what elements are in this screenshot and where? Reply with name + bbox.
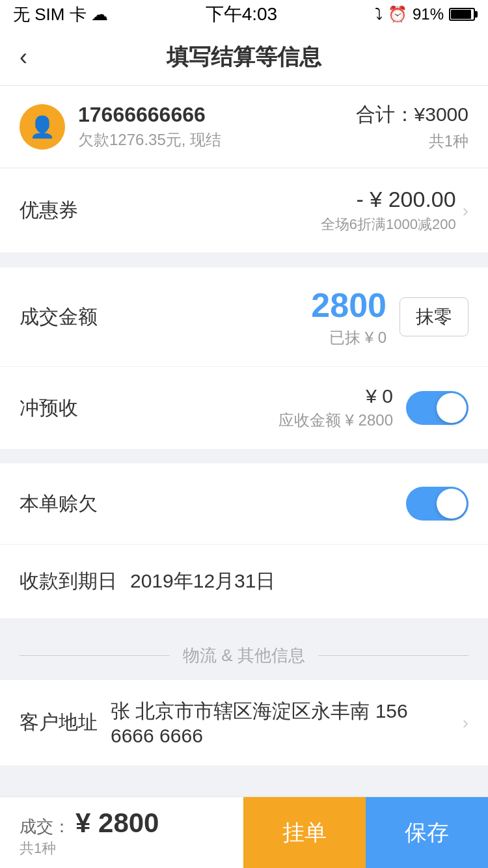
address-value: 张 北京市市辖区海淀区永丰南 156 6666 6666 [111, 698, 450, 747]
coupon-discount: - ¥ 200.00 [321, 187, 456, 212]
section-separator-3 [0, 618, 488, 631]
alarm-icon: ⏰ [388, 5, 407, 23]
customer-info: 17666666666 欠款1276.35元, 现结 [78, 103, 221, 150]
content-area: 👤 17666666666 欠款1276.35元, 现结 合计：¥3000 共1… [0, 86, 488, 868]
battery-percent: 91% [413, 5, 444, 23]
customer-debt: 欠款1276.35元, 现结 [78, 129, 221, 150]
coupon-right: - ¥ 200.00 全场6折满1000减200 › [321, 187, 468, 234]
customer-card: 👤 17666666666 欠款1276.35元, 现结 合计：¥3000 共1… [0, 86, 488, 167]
credit-row: 本单赊欠 [0, 463, 488, 544]
status-time: 下午4:03 [206, 2, 278, 27]
nav-bar: ‹ 填写结算等信息 [0, 29, 488, 86]
amount-row: 成交金额 2800 已抹 ¥ 0 抹零 [0, 267, 488, 367]
footer: 成交： ¥ 2800 共1种 挂单 保存 [0, 796, 488, 868]
divider-line-right [318, 655, 468, 656]
customer-total: 合计：¥3000 [356, 102, 468, 128]
hang-button[interactable]: 挂单 [243, 797, 366, 869]
amount-section: 成交金额 2800 已抹 ¥ 0 抹零 冲预收 ¥ 0 应收金额 ¥ 2800 [0, 267, 488, 449]
amount-right: 2800 已抹 ¥ 0 抹零 [311, 286, 468, 348]
prepay-label: 冲预收 [20, 395, 78, 422]
battery-icon [449, 8, 475, 21]
coupon-desc: 全场6折满1000减200 [321, 215, 456, 234]
due-date-row: 收款到期日 2019年12月31日 [0, 545, 488, 618]
credit-toggle[interactable] [406, 487, 468, 521]
prepay-sub: 应收金额 ¥ 2800 [278, 410, 393, 431]
status-left: 无 SIM 卡 ☁ [13, 3, 108, 26]
round-button[interactable]: 抹零 [400, 297, 468, 336]
section-separator-1 [0, 254, 488, 267]
customer-phone: 17666666666 [78, 103, 221, 127]
prepay-toggle-knob [437, 393, 467, 423]
page-title: 填写结算等信息 [167, 42, 321, 72]
coupon-label: 优惠券 [20, 197, 78, 224]
prepay-row: 冲预收 ¥ 0 应收金额 ¥ 2800 [0, 367, 488, 449]
amount-sub: 已抹 ¥ 0 [311, 327, 386, 348]
back-button[interactable]: ‹ [20, 44, 27, 71]
prepay-value-wrap: ¥ 0 应收金额 ¥ 2800 [278, 385, 393, 431]
location-icon: ⤵ [375, 5, 383, 23]
section-separator-2 [0, 450, 488, 463]
amount-label: 成交金额 [20, 304, 98, 331]
address-row[interactable]: 客户地址 张 北京市市辖区海淀区永丰南 156 6666 6666 › [0, 680, 488, 765]
footer-count: 共1种 [20, 839, 224, 858]
coupon-arrow-icon: › [463, 200, 468, 221]
due-date-value: 2019年12月31日 [130, 568, 275, 595]
divider-line-left [20, 655, 170, 656]
save-button[interactable]: 保存 [366, 797, 488, 869]
address-arrow-icon: › [463, 712, 468, 733]
divider-text: 物流 & 其他信息 [183, 644, 305, 667]
avatar: 👤 [20, 104, 65, 150]
prepay-value: ¥ 0 [278, 385, 393, 407]
avatar-icon: 👤 [29, 115, 55, 139]
sim-label: 无 SIM 卡 ☁ [13, 3, 108, 26]
status-right: ⤵ ⏰ 91% [375, 5, 475, 23]
prepay-right: ¥ 0 应收金额 ¥ 2800 [278, 385, 468, 431]
prepay-toggle[interactable] [406, 391, 468, 425]
customer-right: 合计：¥3000 共1种 [356, 102, 468, 152]
divider-text-wrap: 物流 & 其他信息 [0, 631, 488, 680]
footer-amount: ¥ 2800 [75, 807, 159, 839]
footer-info: 成交： ¥ 2800 共1种 [0, 807, 243, 858]
customer-left: 👤 17666666666 欠款1276.35元, 现结 [20, 103, 221, 150]
coupon-text: - ¥ 200.00 全场6折满1000减200 [321, 187, 456, 234]
customer-count: 共1种 [356, 131, 468, 152]
credit-label: 本单赊欠 [20, 491, 98, 517]
amount-value-wrap: 2800 已抹 ¥ 0 [311, 286, 386, 348]
credit-toggle-knob [437, 489, 467, 519]
footer-total-label: 成交： [20, 815, 70, 838]
address-label: 客户地址 [20, 709, 98, 736]
amount-value: 2800 [311, 286, 386, 325]
status-bar: 无 SIM 卡 ☁ 下午4:03 ⤵ ⏰ 91% [0, 0, 488, 29]
coupon-row[interactable]: 优惠券 - ¥ 200.00 全场6折满1000减200 › [0, 169, 488, 253]
due-date-label: 收款到期日 [20, 568, 117, 595]
